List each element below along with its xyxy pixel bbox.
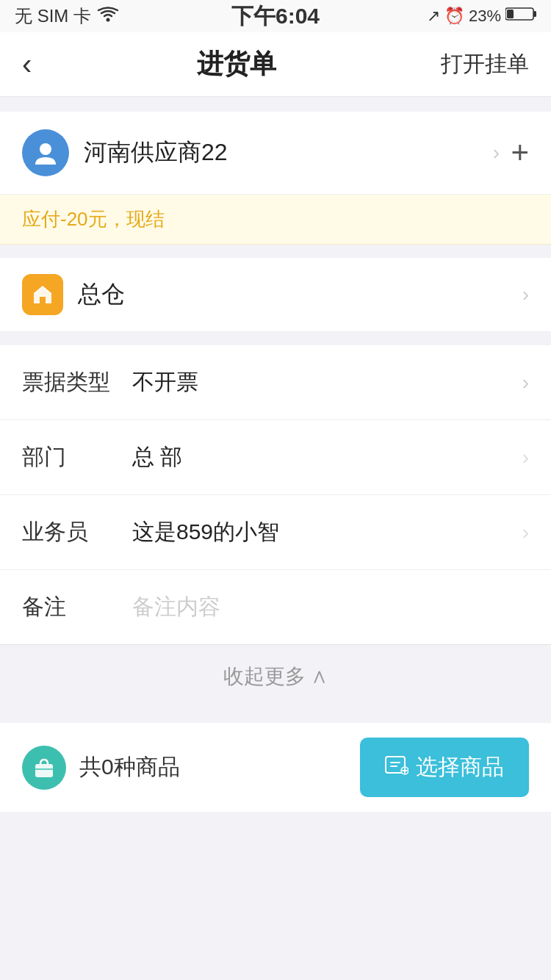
warehouse-row[interactable]: 总仓 › bbox=[0, 258, 551, 332]
back-button[interactable]: ‹ bbox=[22, 48, 32, 81]
select-product-icon bbox=[385, 754, 408, 780]
battery-text: 23% bbox=[469, 7, 501, 26]
section-sep-2 bbox=[0, 332, 551, 345]
department-value: 总 部 bbox=[110, 442, 522, 472]
warehouse-icon bbox=[22, 274, 63, 315]
svg-rect-5 bbox=[40, 297, 46, 303]
invoice-value: 不开票 bbox=[110, 367, 522, 397]
wifi-icon bbox=[97, 6, 119, 26]
svg-point-4 bbox=[40, 143, 51, 155]
department-label: 部门 bbox=[22, 442, 110, 472]
salesman-value: 这是859的小智 bbox=[110, 517, 522, 547]
carrier-text: 无 SIM 卡 bbox=[15, 4, 91, 28]
collapse-button[interactable]: 收起更多 ∧ bbox=[0, 644, 551, 708]
svg-rect-3 bbox=[507, 10, 514, 18]
form-section: 票据类型 不开票 › 部门 总 部 › 业务员 这是859的小智 › 备注 备注… bbox=[0, 345, 551, 644]
status-left: 无 SIM 卡 bbox=[15, 4, 119, 28]
top-gap bbox=[0, 97, 551, 112]
svg-rect-2 bbox=[533, 11, 536, 17]
supplier-section: 河南供应商22 › + 应付-20元，现结 bbox=[0, 112, 551, 245]
supplier-row[interactable]: 河南供应商22 › + bbox=[0, 112, 551, 195]
supplier-avatar bbox=[22, 129, 69, 176]
salesman-chevron-icon: › bbox=[522, 521, 529, 544]
section-sep-1 bbox=[0, 245, 551, 258]
remark-label: 备注 bbox=[22, 592, 110, 622]
invoice-row[interactable]: 票据类型 不开票 › bbox=[0, 345, 551, 420]
salesman-label: 业务员 bbox=[22, 517, 110, 547]
supplier-notice: 应付-20元，现结 bbox=[0, 195, 551, 245]
svg-point-0 bbox=[107, 18, 110, 22]
warehouse-name: 总仓 bbox=[78, 278, 522, 311]
invoice-chevron-icon: › bbox=[522, 371, 529, 394]
salesman-row[interactable]: 业务员 这是859的小智 › bbox=[0, 495, 551, 570]
status-time: 下午6:04 bbox=[231, 1, 320, 32]
open-pending-button[interactable]: 打开挂单 bbox=[441, 49, 529, 79]
add-supplier-button[interactable]: + bbox=[511, 135, 529, 170]
select-product-label: 选择商品 bbox=[416, 752, 504, 782]
department-row[interactable]: 部门 总 部 › bbox=[0, 420, 551, 495]
product-bag-icon bbox=[22, 746, 66, 790]
product-info: 共0种商品 bbox=[22, 746, 180, 790]
nav-bar: ‹ 进货单 打开挂单 bbox=[0, 32, 551, 97]
remark-row[interactable]: 备注 备注内容 bbox=[0, 570, 551, 644]
location-icon: ↗ bbox=[427, 7, 440, 26]
status-bar: 无 SIM 卡 下午6:04 ↗ ⏰ 23% bbox=[0, 0, 551, 32]
alarm-icon: ⏰ bbox=[444, 7, 464, 26]
product-count: 共0种商品 bbox=[79, 752, 180, 782]
battery-icon bbox=[505, 6, 536, 26]
department-chevron-icon: › bbox=[522, 446, 529, 469]
status-right: ↗ ⏰ 23% bbox=[427, 6, 536, 26]
remark-input[interactable]: 备注内容 bbox=[110, 592, 529, 622]
bottom-section: 共0种商品 选择商品 bbox=[0, 723, 551, 812]
supplier-name: 河南供应商22 bbox=[84, 137, 493, 169]
invoice-label: 票据类型 bbox=[22, 367, 110, 397]
page-title: 进货单 bbox=[197, 46, 276, 82]
svg-rect-6 bbox=[35, 764, 53, 777]
warehouse-chevron-icon: › bbox=[522, 283, 529, 306]
select-product-button[interactable]: 选择商品 bbox=[360, 738, 529, 797]
supplier-chevron-icon: › bbox=[493, 141, 500, 165]
